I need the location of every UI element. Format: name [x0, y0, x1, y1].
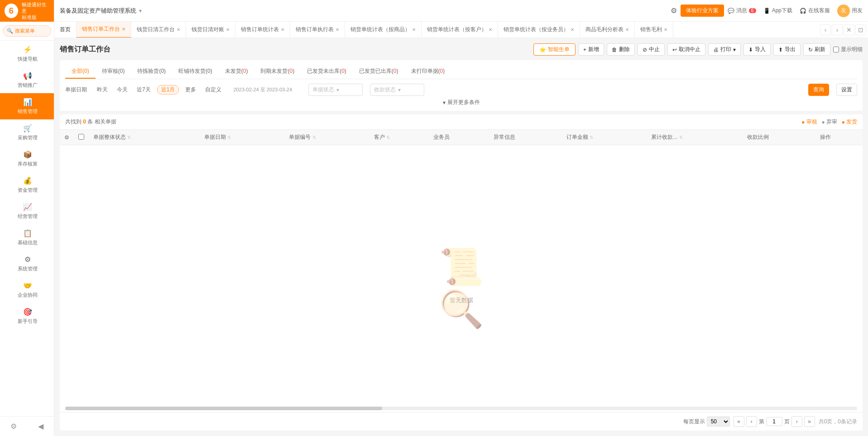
cancel-stop-button[interactable]: ↩ 取消中止	[667, 43, 705, 56]
sidebar-item-marketing[interactable]: 📢 营销推广	[0, 67, 54, 93]
sidebar-item-purchase[interactable]: 🛒 采购管理	[0, 119, 54, 146]
sort-collected-icon[interactable]: ⇅	[679, 135, 683, 140]
th-settings[interactable]: ⚙	[60, 130, 74, 145]
online-service-button[interactable]: 🎧 在线客服	[800, 7, 830, 14]
show-detail-checkbox[interactable]: 显示明细	[833, 46, 863, 53]
tab-sales-stat-customer[interactable]: 销货单统计表（按客户） ✕	[422, 22, 498, 38]
date-option-yesterday[interactable]: 昨天	[94, 85, 110, 95]
settings-filter-button[interactable]: 设置	[836, 84, 857, 96]
date-option-today[interactable]: 今天	[114, 85, 130, 95]
next-page-btn[interactable]: ›	[791, 416, 802, 427]
sort-date-icon[interactable]: ⇅	[227, 135, 231, 140]
sidebar-item-quick-nav[interactable]: ⚡ 快捷导航	[0, 41, 54, 67]
date-option-1month[interactable]: 近1月	[157, 85, 179, 95]
sidebar-item-guide[interactable]: 🎯 新手引导	[0, 303, 54, 329]
smart-order-button[interactable]: ⭐ 智能生单	[533, 43, 575, 56]
sidebar-item-base[interactable]: 📋 基础信息	[0, 224, 54, 251]
tab-cash-daily-close[interactable]: ✕	[177, 27, 180, 32]
last-page-btn[interactable]: »	[804, 416, 815, 427]
delete-button[interactable]: 🗑 删除	[607, 43, 635, 56]
tab-sales-order-close[interactable]: ✕	[122, 27, 125, 32]
tab-sales-order[interactable]: 销售订单工作台 ✕	[77, 22, 131, 38]
select-all-checkbox[interactable]	[78, 134, 84, 140]
sidebar-item-inventory[interactable]: 📦 库存核算	[0, 146, 54, 172]
sidebar-item-enterprise[interactable]: 🤝 企业协同	[0, 277, 54, 303]
tab-sales-gross-close[interactable]: ✕	[664, 27, 667, 32]
subtab-pending-inspect[interactable]: 待拣验货(0)	[131, 65, 172, 79]
sort-amount-icon[interactable]: ⇅	[590, 135, 593, 140]
tab-sales-gross[interactable]: 销售毛利 ✕	[635, 22, 673, 38]
tab-gross-analysis-close[interactable]: ✕	[625, 27, 629, 32]
refresh-button[interactable]: ↻ 刷新	[803, 43, 830, 56]
tabs-next-btn[interactable]: ›	[832, 24, 843, 35]
first-page-btn[interactable]: «	[734, 416, 744, 427]
date-option-more[interactable]: 更多	[182, 85, 199, 95]
tab-cash-reconcile[interactable]: 钱货日清对账 ✕	[186, 22, 235, 38]
marketing-icon: 📢	[23, 71, 32, 80]
trial-btn[interactable]: 体验行业方案	[681, 5, 724, 17]
tab-cash-daily[interactable]: 钱货日清工作台 ✕	[131, 22, 186, 38]
sort-customer-icon[interactable]: ⇅	[386, 135, 390, 140]
subtab-all[interactable]: 全部(0)	[65, 65, 96, 79]
user-menu[interactable]: 友 用友	[837, 5, 863, 17]
subtab-expired-unshipped[interactable]: 到期未发货(0)	[254, 65, 301, 79]
cancel-stop-icon: ↩	[672, 47, 677, 53]
sidebar-item-operation[interactable]: 📈 经营管理	[0, 198, 54, 224]
tab-sales-stat[interactable]: 销售订单统计表 ✕	[235, 22, 290, 38]
collapse-sidebar-button[interactable]: ◀	[34, 420, 47, 432]
tabs-close-all-btn[interactable]: ✕	[844, 24, 854, 35]
date-option-7days[interactable]: 近7天	[134, 85, 153, 95]
collection-status-filter[interactable]: 收款状态 ▾	[370, 84, 424, 96]
subtab-pending[interactable]: 待审核(0)	[96, 65, 131, 79]
horizontal-scrollbar[interactable]	[65, 407, 857, 410]
tab-home[interactable]: 首页	[54, 22, 77, 38]
app-download-button[interactable]: 📱 App下载	[763, 7, 792, 14]
sidebar-item-system[interactable]: ⚙ 系统管理	[0, 251, 54, 277]
subtab-unshipped[interactable]: 未发货(0)	[219, 65, 254, 79]
print-button[interactable]: 🖨 打印 ▾	[708, 43, 741, 56]
system-icon: ⚙	[24, 255, 31, 264]
expand-filter-button[interactable]: ▾ 展开更多条件	[65, 99, 857, 106]
sort-number-icon[interactable]: ⇅	[312, 135, 316, 140]
page-number-input[interactable]	[766, 417, 782, 426]
tab-cash-reconcile-close[interactable]: ✕	[226, 27, 230, 32]
tab-sales-stat-staff[interactable]: 销货单统计表（按业务员） ✕	[498, 22, 580, 38]
status-filter-select[interactable]: 单据状态 ▾	[308, 84, 363, 96]
subtab-unprinted[interactable]: 未打印单据(0)	[405, 65, 451, 79]
tab-gross-analysis[interactable]: 商品毛利分析表 ✕	[580, 22, 635, 38]
subtab-wangpu[interactable]: 旺铺待发货(0)	[172, 65, 219, 79]
subtab-shipped-unout[interactable]: 已发货未出库(0)	[301, 65, 353, 79]
th-checkbox[interactable]	[74, 130, 89, 145]
query-button[interactable]: 查询	[808, 84, 829, 96]
reject-action-btn[interactable]: ● 弃审	[822, 118, 837, 126]
message-button[interactable]: 💬 消息 6	[728, 7, 756, 14]
show-detail-input[interactable]	[833, 47, 839, 52]
tabs-expand-btn[interactable]: ⊡	[855, 24, 866, 35]
ship-action-btn[interactable]: ● 发货	[842, 118, 857, 126]
sort-status-icon[interactable]: ⇅	[127, 135, 131, 140]
tab-sales-exec[interactable]: 销售订单执行表 ✕	[290, 22, 345, 38]
stop-button[interactable]: ⊘ 中止	[638, 43, 665, 56]
tab-sales-stat-product[interactable]: 销货单统计表（按商品） ✕	[345, 22, 422, 38]
topbar-settings-icon[interactable]: ⚙	[671, 6, 677, 15]
date-option-custom[interactable]: 自定义	[202, 85, 224, 95]
audit-action-btn[interactable]: ● 审核	[801, 118, 817, 126]
tab-sales-exec-close[interactable]: ✕	[336, 27, 339, 32]
page-size-select[interactable]: 50100200	[707, 417, 730, 427]
tabs-prev-btn[interactable]: ‹	[820, 24, 831, 35]
tab-sales-stat-staff-close[interactable]: ✕	[571, 27, 574, 32]
sidebar-item-sales[interactable]: 📊 销售管理	[0, 93, 54, 119]
topbar: 装备及固定资产辅助管理系统 ▾ ⚙ 体验行业方案 💬 消息 6 📱 App下载 …	[54, 0, 868, 22]
add-button[interactable]: + 新增	[578, 43, 604, 56]
export-button[interactable]: ⬆ 导出	[773, 43, 801, 56]
search-menu-button[interactable]: 🔍 搜索菜单	[3, 25, 51, 37]
subtab-shipped-out[interactable]: 已发货已出库(0)	[353, 65, 405, 79]
import-button[interactable]: ⬇ 导入	[743, 43, 771, 56]
sidebar-item-finance[interactable]: 💰 资金管理	[0, 172, 54, 198]
prev-page-btn[interactable]: ‹	[746, 416, 757, 427]
tab-sales-stat-customer-close[interactable]: ✕	[489, 27, 492, 32]
horizontal-scroll-thumb[interactable]	[65, 407, 382, 410]
tab-sales-stat-product-close[interactable]: ✕	[412, 27, 416, 32]
tab-sales-stat-close[interactable]: ✕	[281, 27, 284, 32]
settings-bottom-button[interactable]: ⚙	[7, 420, 20, 432]
